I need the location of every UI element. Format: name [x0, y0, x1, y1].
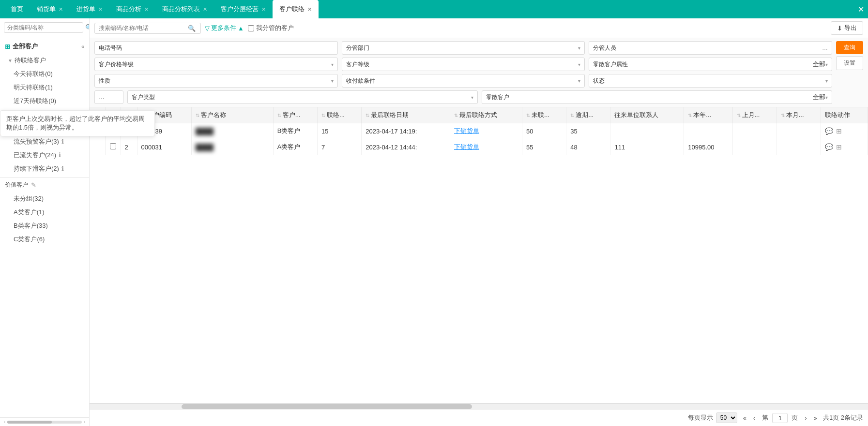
sidebar-item-today[interactable]: 今天待联络(0) — [0, 67, 89, 81]
nav-item-home[interactable]: 首页 — [4, 0, 30, 18]
col-not-contact[interactable]: ⇅ 未联... — [522, 107, 566, 123]
window-close-icon[interactable]: ✕ — [858, 5, 864, 14]
sidebar-item-ungroup[interactable]: 未分组(32) — [0, 192, 89, 206]
row2-not-contact: 55 — [522, 139, 566, 155]
sidebar-item-7days[interactable]: 近7天待联络(0) — [0, 94, 89, 108]
page-navigation: « ‹ 第 页 › » — [740, 412, 820, 423]
row1-last-method[interactable]: 下销货单 — [450, 123, 522, 139]
close-customer-segment-icon[interactable]: ✕ — [261, 6, 266, 13]
col-this-month[interactable]: ⇅ 本月... — [777, 107, 821, 123]
sidebar-item-tomorrow[interactable]: 明天待联络(1) — [0, 81, 89, 94]
sidebar-item-lost[interactable]: 已流失客户(24) ℹ — [0, 148, 89, 162]
row1-overdue: 35 — [566, 123, 610, 139]
sidebar-group-pending[interactable]: ▼ 待联络客户 — [0, 54, 89, 67]
filter-retail[interactable]: 零散客户 全部 ▾ — [482, 90, 832, 104]
row2-contact: 7 — [318, 139, 362, 155]
nav-item-analysis-list[interactable]: 商品分析列表 ✕ — [155, 0, 214, 18]
collapse-icon[interactable]: « — [81, 44, 84, 49]
col-type[interactable]: ⇅ 客户... — [273, 107, 317, 123]
sidebar-item-c-class[interactable]: C类客户(6) — [0, 233, 89, 246]
sidebar-scroll-right[interactable]: › — [84, 419, 85, 425]
filter-customer-level[interactable]: 客户等级 ▾ — [342, 58, 585, 71]
horizontal-scrollbar[interactable] — [90, 403, 868, 409]
query-button[interactable]: 查询 — [836, 41, 863, 54]
row1-message-icon[interactable]: 💬 — [825, 127, 833, 135]
sidebar-scroll-left[interactable]: ‹ — [4, 419, 5, 425]
filter-status[interactable]: 状态 ▾ — [589, 74, 832, 88]
sort-contact-icon: ⇅ — [321, 113, 325, 118]
col-this-year[interactable]: ⇅ 本年... — [684, 107, 732, 123]
nav-item-customer-segment[interactable]: 客户分层经营 ✕ — [214, 0, 273, 18]
col-last-method[interactable]: ⇅ 最后联络方式 — [450, 107, 522, 123]
filter-retail-attr[interactable]: 零散客户属性 全部 ▾ — [589, 58, 832, 71]
per-page-label: 每页显示 — [688, 413, 713, 422]
page-input[interactable] — [772, 413, 788, 423]
first-page-icon[interactable]: « — [740, 413, 749, 423]
row2-message-icon[interactable]: 💬 — [825, 143, 833, 151]
sidebar-item-a-class[interactable]: A类客户(1) — [0, 206, 89, 219]
nav-item-purchase[interactable]: 进货单 ✕ — [70, 0, 109, 18]
scrollbar-thumb[interactable] — [182, 404, 472, 409]
close-sales-icon[interactable]: ✕ — [59, 6, 63, 13]
row1-grid-icon[interactable]: ⊞ — [836, 127, 842, 135]
col-unit-contact[interactable]: 往来单位联系人 — [610, 107, 684, 123]
row2-checkbox[interactable] — [110, 143, 116, 149]
row2-grid-icon[interactable]: ⊞ — [836, 143, 842, 151]
filter-customer-type[interactable]: 客户类型 ▾ — [127, 90, 478, 104]
sidebar-item-declining[interactable]: 持续下滑客户(2) ℹ — [0, 162, 89, 176]
col-last-month[interactable]: ⇅ 上月... — [732, 107, 777, 123]
sort-overdue-icon: ⇅ — [570, 113, 574, 118]
settings-button[interactable]: 设置 — [836, 56, 863, 70]
sidebar-item-b-class[interactable]: B类客户(33) — [0, 219, 89, 233]
row2-last-method[interactable]: 下销货单 — [450, 139, 522, 155]
edit-icon[interactable]: ✎ — [31, 181, 36, 189]
info-icon-declining: ℹ — [61, 165, 64, 172]
content-area: 🔍 ▽ 更多条件 ▲ 我分管的客户 ⬇ 导出 — [90, 18, 868, 426]
filter-gender[interactable]: 性质 ▾ — [94, 74, 338, 88]
filter-more[interactable]: … — [94, 90, 123, 104]
col-last-date[interactable]: ⇅ 最后联络日期 — [362, 107, 450, 123]
chevron-gender-icon: ▾ — [331, 78, 334, 84]
row1-name[interactable]: ████ — [192, 123, 274, 139]
nav-item-sales[interactable]: 销货单 ✕ — [30, 0, 70, 18]
nav-item-customer-contact[interactable]: 客户联络 ✕ — [273, 0, 319, 18]
col-overdue[interactable]: ⇅ 逾期... — [566, 107, 610, 123]
export-button[interactable]: ⬇ 导出 — [831, 21, 863, 35]
search-icon[interactable]: 🔍 — [188, 25, 196, 32]
close-analysis-icon[interactable]: ✕ — [144, 6, 149, 13]
table-header-row: ⚙ # ⇅ 客户编码 — [90, 107, 868, 123]
info-icon-lost: ℹ — [59, 151, 61, 159]
search-box: 🔍 — [94, 23, 201, 34]
nav-item-analysis[interactable]: 商品分析 ✕ — [109, 0, 155, 18]
table-container[interactable]: ⚙ # ⇅ 客户编码 — [90, 107, 868, 403]
next-page-icon[interactable]: › — [802, 413, 809, 423]
sidebar-item-churn-warning[interactable]: 流失预警客户(3) ℹ — [0, 135, 89, 148]
more-conditions-btn[interactable]: ▽ 更多条件 ▲ — [205, 24, 244, 32]
filter-dept[interactable]: 分管部门 ▾ — [342, 41, 585, 55]
close-customer-contact-icon[interactable]: ✕ — [307, 6, 312, 13]
row1-last-date: 2023-04-17 14:19: — [362, 123, 450, 139]
chevron-dept-icon: ▾ — [578, 45, 580, 51]
filter-phone[interactable]: 电话号码 — [94, 41, 338, 55]
search-input[interactable] — [99, 25, 186, 31]
row2-check[interactable] — [105, 139, 121, 155]
col-contact[interactable]: ⇅ 联络... — [318, 107, 362, 123]
filter-price-level[interactable]: 客户价格等级 ▾ — [94, 58, 338, 71]
filter-person[interactable]: 分管人员 … — [589, 41, 832, 55]
col-name[interactable]: ⇅ 客户名称 — [192, 107, 274, 123]
close-analysis-list-icon[interactable]: ✕ — [203, 6, 207, 13]
row2-name[interactable]: ████ — [192, 139, 274, 155]
chevron-customer-type-icon: ▾ — [471, 95, 473, 100]
dots-icon: … — [822, 44, 828, 51]
all-customers-header[interactable]: ⊞ 全部客户 « — [0, 39, 89, 54]
row1-action: 💬 ⊞ — [821, 123, 868, 139]
my-customer-checkbox[interactable] — [248, 25, 254, 31]
last-page-icon[interactable]: » — [811, 413, 820, 423]
row2-code[interactable]: 000031 — [137, 139, 192, 155]
per-page-select[interactable]: 50 — [716, 412, 737, 423]
sidebar-search-input[interactable] — [4, 22, 83, 33]
filter-payment[interactable]: 收付款条件 ▾ — [342, 74, 585, 88]
close-purchase-icon[interactable]: ✕ — [98, 6, 103, 13]
sidebar-search-icon[interactable]: 🔍 — [85, 24, 90, 31]
prev-page-icon[interactable]: ‹ — [750, 413, 758, 423]
